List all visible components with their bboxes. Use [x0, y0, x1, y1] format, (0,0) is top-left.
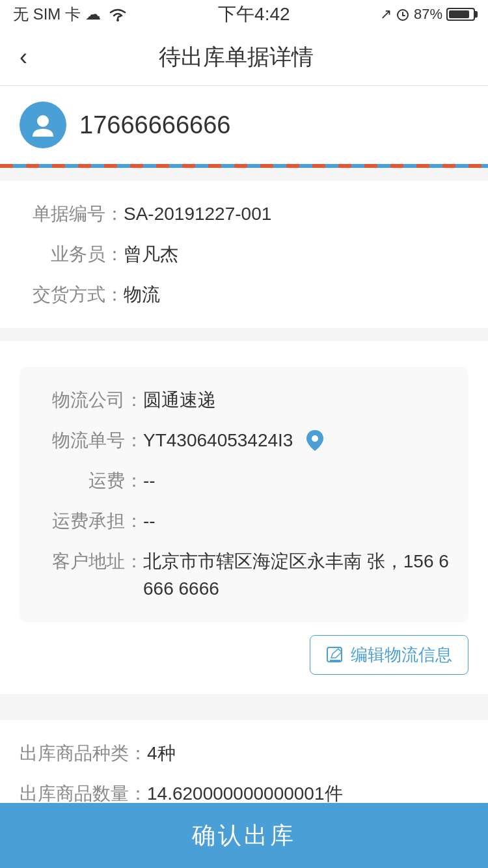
customer-phone: 17666666666 [79, 111, 230, 139]
freight-bearer-label: 运费承担： [39, 508, 143, 535]
freight-bearer-value: -- [143, 508, 449, 535]
svg-point-5 [312, 435, 318, 442]
customer-header: 17666666666 [0, 86, 488, 164]
confirm-button-label: 确认出库 [192, 820, 296, 852]
dashed-divider [0, 164, 488, 168]
freight-value: -- [143, 467, 449, 495]
alarm-icon [396, 7, 410, 21]
address-row: 客户地址： 北京市市辖区海淀区永丰南 张，156 6666 6666 [39, 548, 449, 603]
edit-logistics-button[interactable]: 编辑物流信息 [310, 635, 468, 675]
freight-label: 运费： [39, 467, 143, 495]
doc-number-value: SA-20191227-001 [124, 200, 468, 228]
goods-category-label: 出库商品种类： [20, 740, 147, 767]
salesperson-row: 业务员： 曾凡杰 [20, 241, 468, 268]
page-title: 待出库单据详情 [40, 42, 432, 72]
location-status-icon: ↗ [380, 6, 392, 23]
status-time: 下午4:42 [218, 2, 290, 27]
confirm-button-wrap[interactable]: 确认出库 [0, 803, 488, 868]
logistics-box: 物流公司： 圆通速递 物流单号： YT43064053424I3 运费： -- … [20, 367, 468, 622]
logistics-company-row: 物流公司： 圆通速递 [39, 387, 449, 414]
logistics-company-label: 物流公司： [39, 387, 143, 414]
avatar [20, 102, 66, 148]
freight-bearer-row: 运费承担： -- [39, 508, 449, 535]
edit-logistics-label: 编辑物流信息 [351, 644, 452, 666]
svg-point-0 [116, 19, 119, 21]
edit-icon [326, 646, 344, 664]
wifi-icon [107, 7, 128, 21]
location-icon[interactable] [303, 429, 327, 452]
goods-category-row: 出库商品种类： 4种 [20, 740, 468, 767]
delivery-method-label: 交货方式： [20, 281, 124, 308]
back-button[interactable]: ‹ [20, 44, 27, 71]
status-right: ↗ 87% [380, 6, 475, 23]
edit-btn-wrap: 编辑物流信息 [20, 622, 468, 675]
battery-percent: 87% [414, 6, 442, 23]
tracking-number-label: 物流单号： [39, 427, 143, 454]
address-value: 北京市市辖区海淀区永丰南 张，156 6666 6666 [143, 548, 449, 603]
battery-icon [446, 8, 475, 21]
goods-category-value: 4种 [147, 740, 468, 767]
battery-fill [449, 10, 469, 18]
status-left: 无 SIM 卡 ☁ [13, 4, 128, 25]
status-bar: 无 SIM 卡 ☁ 下午4:42 ↗ 87% [0, 0, 488, 29]
section-divider [0, 694, 488, 707]
tracking-number-value: YT43064053424I3 [143, 427, 449, 454]
freight-row: 运费： -- [39, 467, 449, 495]
tracking-number-row: 物流单号： YT43064053424I3 [39, 427, 449, 454]
svg-point-4 [37, 115, 49, 127]
address-label: 客户地址： [39, 548, 143, 575]
salesperson-value: 曾凡杰 [124, 241, 468, 268]
delivery-method-row: 交货方式： 物流 [20, 281, 468, 308]
sim-label: 无 SIM 卡 ☁ [13, 4, 101, 25]
doc-number-label: 单据编号： [20, 200, 124, 228]
logistics-section: 物流公司： 圆通速递 物流单号： YT43064053424I3 运费： -- … [0, 341, 488, 694]
salesperson-label: 业务员： [20, 241, 124, 268]
order-info-section: 单据编号： SA-20191227-001 业务员： 曾凡杰 交货方式： 物流 [0, 181, 488, 328]
logistics-company-value: 圆通速递 [143, 387, 449, 414]
person-icon [30, 112, 56, 138]
nav-bar: ‹ 待出库单据详情 [0, 29, 488, 86]
doc-number-row: 单据编号： SA-20191227-001 [20, 200, 468, 228]
delivery-method-value: 物流 [124, 281, 468, 308]
